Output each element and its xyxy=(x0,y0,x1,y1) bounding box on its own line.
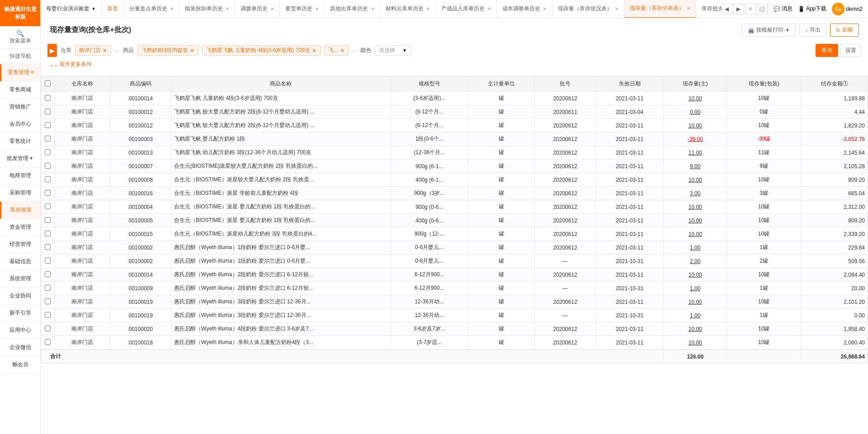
row-checkbox-cell[interactable] xyxy=(41,268,55,282)
row-checkbox-cell[interactable] xyxy=(41,146,55,160)
row-checkbox-cell[interactable] xyxy=(41,255,55,268)
product-more-dots[interactable]: ··· xyxy=(352,47,357,54)
tab-product-in[interactable]: 产成品入库单历史 ✕ xyxy=(436,0,497,18)
row-checkbox[interactable] xyxy=(45,176,51,182)
sidebar-item-purchase[interactable]: 采购管理 xyxy=(0,184,40,202)
row-qty-main[interactable]: 1.00 xyxy=(664,309,727,322)
row-qty-main[interactable]: 10.00 xyxy=(664,336,727,350)
sidebar-item-member2[interactable]: 畅会员 xyxy=(0,356,40,373)
row-checkbox-cell[interactable] xyxy=(41,214,55,227)
sidebar-item-app-center[interactable]: 应用中心 xyxy=(0,322,40,339)
close-tab-icon[interactable]: ✕ xyxy=(315,6,319,11)
remove-product-3-icon[interactable]: ✕ xyxy=(340,47,344,54)
tab-stock-status[interactable]: 现存量（库存状况表） ✕ xyxy=(552,0,624,18)
nav-maximize-button[interactable]: ⬜ xyxy=(757,4,768,14)
shortcut-nav-item[interactable]: 快捷导航 xyxy=(0,49,40,64)
row-checkbox[interactable] xyxy=(45,217,51,223)
tab-transfer[interactable]: 调拨单历史 ✕ xyxy=(235,0,280,18)
tab-cost-adjust[interactable]: 成本调整单历史 ✕ xyxy=(497,0,552,18)
product-filter-tag-2[interactable]: 飞鹤星飞帆 儿童奶粉 4段(3-6岁适用) 700克 ✕ xyxy=(202,45,321,56)
row-checkbox-cell[interactable] xyxy=(41,322,55,336)
nav-prev-button[interactable]: ◀ xyxy=(722,4,732,14)
row-checkbox-cell[interactable] xyxy=(41,200,55,214)
sidebar-item-member[interactable]: 会员中心 xyxy=(0,116,40,133)
refresh-button[interactable]: ↻ 刷新 xyxy=(830,24,859,37)
sidebar-item-basic[interactable]: 基础信息 xyxy=(0,253,40,270)
row-checkbox[interactable] xyxy=(45,244,51,250)
close-tab-icon[interactable]: ✕ xyxy=(615,6,618,11)
row-qty-main[interactable]: 1.00 xyxy=(664,241,727,255)
close-tab-icon[interactable]: ✕ xyxy=(226,6,229,11)
close-tab-icon[interactable]: ✕ xyxy=(687,6,690,11)
sidebar-item-marketing[interactable]: 营销推广 xyxy=(0,99,40,116)
sidebar-item-retail-stats[interactable]: 零售统计 xyxy=(0,133,40,150)
sidebar-item-finance[interactable]: 资金管理 xyxy=(0,219,40,236)
row-checkbox-cell[interactable] xyxy=(41,119,55,132)
filter-expand-toggle[interactable]: ▶ xyxy=(47,44,57,57)
row-checkbox-cell[interactable] xyxy=(41,173,55,187)
sidebar-item-enterprise[interactable]: 企业协同 xyxy=(0,288,40,305)
tab-assemble[interactable]: 组装拆卸单历史 ✕ xyxy=(179,0,235,18)
row-checkbox[interactable] xyxy=(45,136,51,142)
app-download-button[interactable]: 📱 App下载 xyxy=(798,5,826,13)
tab-requisition[interactable]: 要货单历史 ✕ xyxy=(280,0,325,18)
sidebar-item-ecommerce[interactable]: 电商管理 xyxy=(0,167,40,184)
row-checkbox[interactable] xyxy=(45,312,51,318)
sidebar-item-wechat[interactable]: 企业微信 xyxy=(0,339,40,356)
row-qty-main[interactable]: 10.00 xyxy=(664,214,727,227)
row-qty-main[interactable]: 10.00 xyxy=(664,268,727,282)
row-checkbox[interactable] xyxy=(45,163,51,169)
row-checkbox[interactable] xyxy=(45,271,51,277)
row-qty-main[interactable]: 3.00 xyxy=(664,187,727,200)
row-checkbox[interactable] xyxy=(45,285,51,291)
close-tab-icon[interactable]: ✕ xyxy=(170,6,174,11)
remove-warehouse-icon[interactable]: ✕ xyxy=(103,47,107,54)
row-checkbox[interactable] xyxy=(45,339,51,345)
row-checkbox[interactable] xyxy=(45,122,51,128)
close-tab-icon[interactable]: ✕ xyxy=(487,6,491,11)
sidebar-item-inventory[interactable]: 库存核算 xyxy=(0,202,40,219)
color-filter-select[interactable]: 请选择 ▼ xyxy=(375,45,411,56)
account-dropdown[interactable]: 母婴行业演示账套 ▼ xyxy=(41,0,102,18)
query-button[interactable]: 查询 xyxy=(816,44,838,57)
sidebar-item-guide[interactable]: 新手引导 xyxy=(0,305,40,322)
row-qty-main[interactable]: 2.00 xyxy=(664,255,727,268)
sidebar-item-wholesale[interactable]: 批发管理 ▼ xyxy=(0,150,40,167)
nav-next-button[interactable]: ▶ xyxy=(733,4,744,14)
nav-close-button[interactable]: ✕ xyxy=(745,4,756,14)
row-checkbox[interactable] xyxy=(45,190,51,196)
row-qty-main[interactable]: 9.00 xyxy=(664,160,727,173)
tab-other-out[interactable]: 其他出库单历史 ✕ xyxy=(325,0,380,18)
row-checkbox[interactable] xyxy=(45,108,51,114)
select-all-checkbox[interactable] xyxy=(45,80,51,86)
row-checkbox-cell[interactable] xyxy=(41,336,55,350)
product-filter-tag-3[interactable]: 飞... ✕ xyxy=(324,45,349,56)
row-checkbox-cell[interactable] xyxy=(41,92,55,105)
row-checkbox[interactable] xyxy=(45,149,51,155)
message-button[interactable]: 💬 消息 xyxy=(774,5,793,13)
tab-material-out[interactable]: 材料出库单历史 ✕ xyxy=(380,0,436,18)
row-checkbox-cell[interactable] xyxy=(41,160,55,173)
remove-product-1-icon[interactable]: ✕ xyxy=(190,47,194,54)
row-checkbox[interactable] xyxy=(45,203,51,209)
row-checkbox[interactable] xyxy=(45,231,51,236)
row-qty-main[interactable]: 10.00 xyxy=(664,227,727,241)
export-button[interactable]: ↓ 导出 xyxy=(799,24,826,37)
warehouse-filter-tag[interactable]: 南岸门店 ✕ xyxy=(75,45,111,56)
row-qty-main[interactable]: 10.00 xyxy=(664,119,727,132)
search-menu-item[interactable]: 🔍 搜索菜单 xyxy=(0,26,40,49)
print-button[interactable]: 🖨️ 按模板打印 ▼ xyxy=(742,24,796,37)
row-checkbox-cell[interactable] xyxy=(41,227,55,241)
row-checkbox-cell[interactable] xyxy=(41,282,55,295)
tab-stock-batch[interactable]: 库存批次账 ✕ xyxy=(696,0,722,18)
product-filter-tag-1[interactable]: 飞鹤奶粉3段丙提装 ✕ xyxy=(137,45,198,56)
tab-home[interactable]: 首页 xyxy=(102,0,124,18)
row-checkbox-cell[interactable] xyxy=(41,105,55,119)
row-qty-main[interactable]: 10.00 xyxy=(664,92,727,105)
close-tab-icon[interactable]: ✕ xyxy=(270,6,274,11)
row-checkbox[interactable] xyxy=(45,326,51,331)
row-qty-main[interactable]: 10.00 xyxy=(664,295,727,309)
row-checkbox[interactable] xyxy=(45,258,51,264)
tab-stock-dist[interactable]: 现存量（库存分布表） ✕ xyxy=(624,0,696,18)
warehouse-more-dots[interactable]: ··· xyxy=(115,47,119,54)
